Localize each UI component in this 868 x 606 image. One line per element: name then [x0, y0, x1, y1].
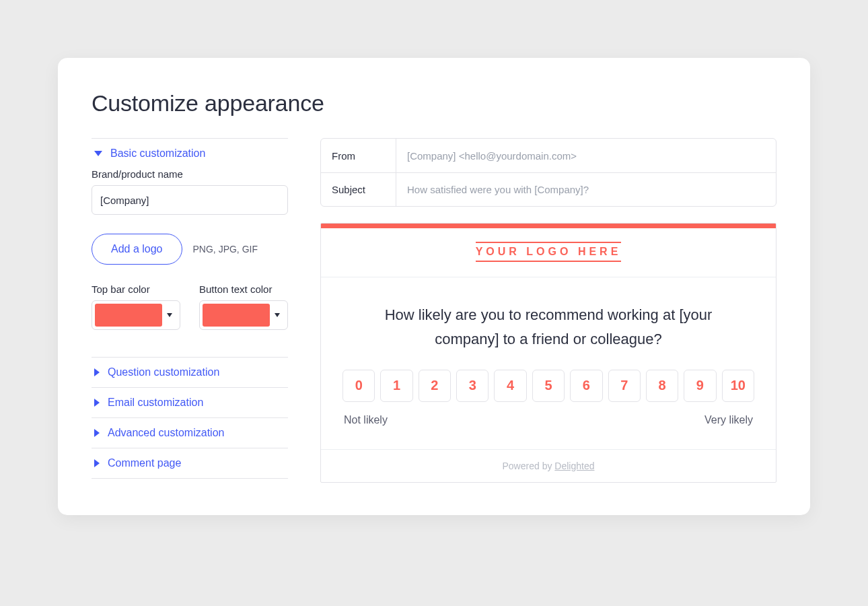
topbar-color-swatch: [95, 304, 162, 327]
scale-high-label: Very likely: [704, 414, 753, 426]
section-label: Email customization: [108, 397, 203, 409]
section-question-customization[interactable]: Question customization: [92, 358, 288, 387]
topbar-color-picker[interactable]: [92, 300, 180, 330]
buttontext-color-picker[interactable]: [199, 300, 288, 330]
survey-question: How likely are you to recommend working …: [360, 303, 737, 352]
nps-button-9[interactable]: 9: [684, 370, 716, 402]
section-basic-body: Brand/product name Add a logo PNG, JPG, …: [92, 168, 288, 343]
chevron-down-icon: [94, 151, 102, 156]
section-advanced-customization[interactable]: Advanced customization: [92, 418, 288, 448]
brand-name-label: Brand/product name: [92, 168, 288, 180]
section-label: Advanced customization: [108, 427, 224, 439]
preview-footer: Powered by Delighted: [321, 449, 776, 482]
divider: [92, 478, 288, 479]
settings-panel: Basic customization Brand/product name A…: [92, 138, 288, 483]
section-email-customization[interactable]: Email customization: [92, 388, 288, 417]
nps-button-3[interactable]: 3: [456, 370, 489, 402]
section-basic-customization[interactable]: Basic customization: [92, 139, 288, 168]
section-label: Question customization: [108, 366, 219, 378]
add-logo-button[interactable]: Add a logo: [92, 234, 182, 265]
section-comment-page[interactable]: Comment page: [92, 448, 288, 478]
brand-name-input[interactable]: [92, 185, 288, 215]
footer-prefix: Powered by: [503, 461, 555, 471]
nps-button-6[interactable]: 6: [570, 370, 602, 402]
nps-button-5[interactable]: 5: [532, 370, 565, 402]
nps-button-1[interactable]: 1: [380, 370, 412, 402]
chevron-right-icon: [94, 399, 100, 407]
nps-button-7[interactable]: 7: [608, 370, 641, 402]
section-label: Comment page: [108, 457, 181, 469]
logo-filetype-hint: PNG, JPG, GIF: [193, 244, 258, 255]
caret-down-icon: [162, 313, 177, 317]
buttontext-color-swatch: [203, 304, 270, 327]
preview-topbar: [321, 224, 776, 228]
page-title: Customize appearance: [92, 90, 776, 116]
nps-button-4[interactable]: 4: [494, 370, 526, 402]
nps-scale: 012345678910: [342, 370, 754, 402]
subject-label: Subject: [321, 173, 396, 206]
logo-placeholder: YOUR LOGO HERE: [476, 242, 622, 262]
buttontext-color-label: Button text color: [199, 283, 288, 295]
topbar-color-label: Top bar color: [92, 283, 180, 295]
caret-down-icon: [270, 313, 285, 317]
nps-button-10[interactable]: 10: [722, 370, 754, 402]
chevron-right-icon: [94, 429, 100, 437]
section-label: Basic customization: [110, 147, 205, 160]
footer-link[interactable]: Delighted: [554, 461, 594, 471]
nps-button-0[interactable]: 0: [342, 370, 375, 402]
email-headers: From [Company] <hello@yourdomain.com> Su…: [320, 138, 776, 207]
email-preview: YOUR LOGO HERE How likely are you to rec…: [320, 223, 776, 483]
nps-button-2[interactable]: 2: [419, 370, 451, 402]
from-value: [Company] <hello@yourdomain.com>: [396, 139, 776, 172]
nps-button-8[interactable]: 8: [646, 370, 678, 402]
chevron-right-icon: [94, 368, 100, 376]
scale-low-label: Not likely: [344, 414, 388, 426]
from-label: From: [321, 139, 396, 172]
chevron-right-icon: [94, 459, 100, 467]
customize-appearance-card: Customize appearance Basic customization…: [58, 58, 810, 515]
subject-value: How satisfied were you with [Company]?: [396, 173, 776, 206]
preview-panel: From [Company] <hello@yourdomain.com> Su…: [320, 138, 776, 483]
